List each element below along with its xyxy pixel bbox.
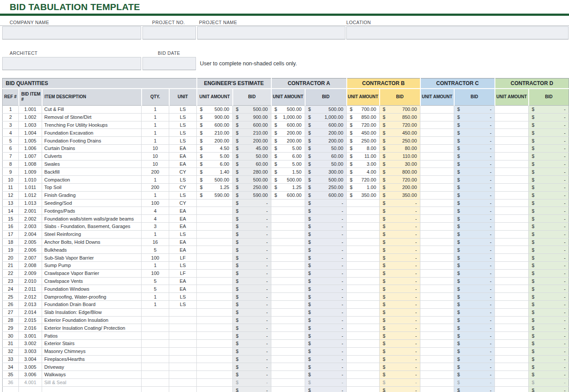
cell-d-bid[interactable]: $- [529,371,569,379]
cell-desc[interactable]: Removal of Stone/Dirt [42,113,142,121]
cell-b-unit-amount[interactable]: $8.00 [347,144,380,152]
cell-d-unit-amount[interactable] [495,386,529,392]
cell-a-bid[interactable]: $- [305,332,347,340]
cell-item[interactable]: 1.005 [19,137,42,145]
cell-ee-unit-amount[interactable]: $1.25 [197,183,233,191]
cell-c-bid[interactable]: $- [454,300,495,308]
cell-d-unit-amount[interactable] [495,215,529,223]
cell-item[interactable]: 2.012 [19,293,42,301]
cell-d-unit-amount[interactable] [495,316,529,324]
cell-qty[interactable] [142,324,169,332]
cell-qty[interactable]: 1 [142,137,169,145]
cell-a-unit-amount[interactable]: $600.00 [271,121,305,129]
cell-item[interactable]: 1.012 [19,191,42,199]
cell-ref[interactable]: 6 [3,144,19,152]
cell-b-bid[interactable]: $- [380,269,420,277]
cell-c-bid[interactable]: $- [454,199,495,207]
cell-d-bid[interactable]: $- [529,324,569,332]
cell-qty[interactable]: 1 [142,261,169,269]
cell-desc[interactable]: Bulkheads [42,246,142,254]
cell-d-unit-amount[interactable] [495,339,529,347]
cell-desc[interactable]: Compaction [42,176,142,184]
cell-unit[interactable]: LS [169,176,197,184]
cell-b-unit-amount[interactable] [347,300,380,308]
cell-b-unit-amount[interactable] [347,246,380,254]
cell-ee-bid[interactable]: $200.00 [233,137,271,145]
cell-item[interactable]: 2.003 [19,222,42,230]
cell-desc[interactable]: Finish Grading [42,191,142,199]
cell-qty[interactable]: 100 [142,254,169,262]
cell-ee-unit-amount[interactable] [197,207,233,215]
cell-item[interactable]: 3.003 [19,347,42,355]
cell-a-unit-amount[interactable] [271,332,305,340]
cell-ee-unit-amount[interactable] [197,254,233,262]
cell-c-unit-amount[interactable] [420,160,454,168]
cell-item[interactable]: 1.013 [19,199,42,207]
cell-item[interactable]: 2.002 [19,215,42,223]
cell-unit[interactable]: LS [169,137,197,145]
cell-d-bid[interactable]: $- [529,378,569,386]
cell-c-unit-amount[interactable] [420,207,454,215]
cell-desc[interactable]: Masonry Chimneys [42,347,142,355]
cell-ee-unit-amount[interactable]: $6.00 [197,160,233,168]
cell-item[interactable]: 1.010 [19,176,42,184]
cell-unit[interactable] [169,386,197,392]
cell-c-unit-amount[interactable] [420,316,454,324]
cell-b-unit-amount[interactable] [347,215,380,223]
cell-item[interactable]: 1.003 [19,121,42,129]
cell-unit[interactable]: LS [169,300,197,308]
cell-c-unit-amount[interactable] [420,332,454,340]
cell-d-bid[interactable]: $- [529,152,569,160]
cell-d-unit-amount[interactable] [495,137,529,145]
cell-b-bid[interactable]: $- [380,324,420,332]
cell-item[interactable]: 3.004 [19,355,42,363]
cell-desc[interactable]: Culverts [42,152,142,160]
cell-unit[interactable]: EA [169,222,197,230]
cell-ee-bid[interactable]: $210.00 [233,129,271,137]
cell-ee-bid[interactable]: $- [233,215,271,223]
cell-qty[interactable]: 1 [142,176,169,184]
cell-b-bid[interactable]: $- [380,339,420,347]
cell-d-bid[interactable]: $- [529,347,569,355]
cell-a-unit-amount[interactable]: $500.00 [271,106,305,114]
cell-a-unit-amount[interactable]: $500.00 [271,176,305,184]
cell-b-bid[interactable]: $200.00 [380,183,420,191]
cell-ref[interactable]: 14 [3,207,19,215]
cell-a-unit-amount[interactable] [271,199,305,207]
cell-unit[interactable]: LS [169,230,197,238]
cell-c-bid[interactable]: $- [454,137,495,145]
cell-a-unit-amount[interactable] [271,355,305,363]
cell-a-unit-amount[interactable] [271,246,305,254]
cell-a-bid[interactable]: $- [305,355,347,363]
cell-unit[interactable]: EA [169,246,197,254]
cell-a-unit-amount[interactable] [271,324,305,332]
cell-a-bid[interactable]: $60.00 [305,152,347,160]
cell-c-unit-amount[interactable] [420,277,454,285]
cell-b-unit-amount[interactable]: $250.00 [347,137,380,145]
cell-a-unit-amount[interactable] [271,254,305,262]
cell-unit[interactable]: LS [169,293,197,301]
cell-c-unit-amount[interactable] [420,363,454,371]
cell-b-bid[interactable]: $350.00 [380,191,420,199]
cell-d-unit-amount[interactable] [495,308,529,316]
cell-b-bid[interactable]: $700.00 [380,106,420,114]
cell-item[interactable]: 2.005 [19,238,42,246]
cell-qty[interactable]: 200 [142,168,169,176]
cell-unit[interactable]: EA [169,215,197,223]
cell-ee-unit-amount[interactable] [197,355,233,363]
cell-ref[interactable]: 15 [3,215,19,223]
cell-desc[interactable]: Top Soil [42,183,142,191]
cell-ee-unit-amount[interactable] [197,246,233,254]
cell-ee-bid[interactable]: $50.00 [233,152,271,160]
cell-a-bid[interactable]: $- [305,386,347,392]
cell-ee-bid[interactable]: $500.00 [233,106,271,114]
cell-c-unit-amount[interactable] [420,308,454,316]
cell-desc[interactable]: Trenching For Utility Hookups [42,121,142,129]
cell-ref[interactable]: 24 [3,285,19,293]
cell-b-unit-amount[interactable]: $11.00 [347,152,380,160]
cell-d-bid[interactable]: $- [529,106,569,114]
cell-a-unit-amount[interactable] [271,386,305,392]
cell-a-bid[interactable]: $600.00 [305,121,347,129]
cell-ref[interactable]: 13 [3,199,19,207]
location-input[interactable] [346,26,569,39]
